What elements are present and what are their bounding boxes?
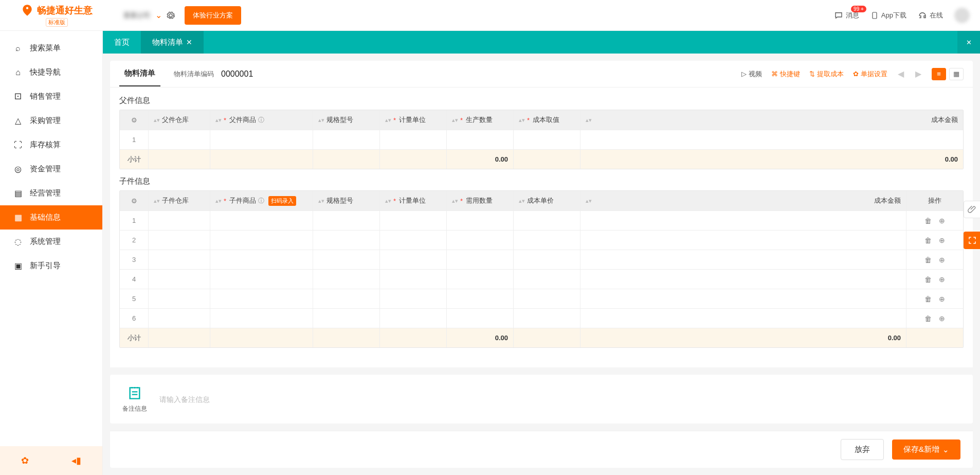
col-child-ops: 操作 [906, 191, 963, 210]
video-link[interactable]: ▷视频 [741, 69, 762, 79]
col-child-unitcost[interactable]: ▴▾成本单价 [514, 191, 580, 210]
col-parent-amount[interactable]: ▴▾成本金额 [580, 110, 963, 130]
tab-label: 物料清单 [152, 38, 183, 47]
delete-icon[interactable]: 🗑 [924, 217, 932, 225]
nav-search[interactable]: ⌕搜索菜单 [0, 36, 102, 60]
delete-icon[interactable]: 🗑 [924, 275, 932, 284]
gear-column[interactable]: ⚙ [120, 110, 149, 130]
tab-home[interactable]: 首页 [103, 31, 141, 54]
sort-icon: ▴▾ [519, 199, 525, 202]
col-child-product[interactable]: ▴▾*子件商品ⓘ扫码录入 [210, 191, 313, 210]
add-row-icon[interactable]: ⊕ [939, 217, 945, 225]
child-row[interactable]: 3 🗑⊕ [120, 250, 963, 269]
sort-icon: ▴▾ [215, 118, 222, 121]
child-row[interactable]: 6 🗑⊕ [120, 308, 963, 328]
view-grid-button[interactable]: ▦ [949, 68, 964, 80]
tabbar: 首页 物料清单 ✕ ✕ [103, 31, 980, 54]
prev-doc-icon[interactable]: ◀ [897, 69, 905, 79]
collapse-icon[interactable]: ◂▮ [71, 455, 81, 466]
shortcut-link[interactable]: ⌘快捷键 [771, 69, 800, 79]
col-child-amount[interactable]: ▴▾成本金额 [580, 191, 906, 210]
scan-badge[interactable]: 扫码录入 [268, 196, 296, 206]
nav-fund[interactable]: ◎资金管理 [0, 157, 102, 181]
remark-input[interactable] [159, 395, 960, 403]
toolbar-tab[interactable]: 物料清单 [119, 61, 160, 86]
col-parent-costtype[interactable]: ▴▾*成本取值 [514, 110, 580, 130]
col-child-spec[interactable]: ▴▾规格型号 [313, 191, 380, 210]
guide-icon: ▣ [13, 261, 23, 271]
help-icon[interactable]: ⓘ [258, 197, 264, 205]
delete-icon[interactable]: 🗑 [924, 295, 932, 303]
tabbar-close-all[interactable]: ✕ [957, 31, 980, 54]
nav-label: 采购管理 [30, 116, 61, 126]
svg-rect-0 [873, 12, 877, 19]
close-icon[interactable]: ✕ [186, 38, 192, 46]
org-selector[interactable]: 某某公司 ⌄ [123, 10, 162, 20]
gear-icon[interactable] [166, 11, 175, 20]
child-row[interactable]: 4 🗑⊕ [120, 269, 963, 289]
note-icon [126, 385, 143, 401]
parent-row[interactable]: 1 [120, 130, 963, 149]
nav-purchase[interactable]: △采购管理 [0, 109, 102, 133]
col-child-warehouse[interactable]: ▴▾子件仓库 [149, 191, 210, 210]
child-row[interactable]: 5 🗑⊕ [120, 289, 963, 308]
nav-label: 系统管理 [30, 237, 61, 247]
nav-basicinfo[interactable]: ▦基础信息 [0, 205, 102, 230]
messages-button[interactable]: 消息 99 + [834, 11, 859, 20]
add-row-icon[interactable]: ⊕ [939, 236, 945, 244]
extract-cost-link[interactable]: ⇅提取成本 [809, 69, 844, 79]
nav-sales[interactable]: ⚀销售管理 [0, 84, 102, 109]
add-row-icon[interactable]: ⊕ [939, 256, 945, 264]
col-parent-spec[interactable]: ▴▾规格型号 [313, 110, 380, 130]
add-row-icon[interactable]: ⊕ [939, 275, 945, 284]
child-subtotal: 小计 0.00 0.00 [120, 328, 963, 347]
discard-button[interactable]: 放弃 [841, 439, 884, 460]
delete-icon[interactable]: 🗑 [924, 314, 932, 323]
experience-button[interactable]: 体验行业方案 [185, 6, 241, 25]
nav-quicknav[interactable]: ⌂快捷导航 [0, 60, 102, 84]
child-table: ⚙ ▴▾子件仓库 ▴▾*子件商品ⓘ扫码录入 ▴▾规格型号 ▴▾*计量单位 ▴▾*… [119, 190, 964, 348]
online-support-button[interactable]: 在线 [918, 11, 943, 20]
logo-text: 畅捷通好生意 [37, 4, 93, 16]
gear-column[interactable]: ⚙ [120, 191, 149, 210]
stock-icon: ⛶ [13, 140, 23, 150]
doc-setting-link[interactable]: ✿单据设置 [853, 69, 887, 79]
subtotal-amount: 0.00 [580, 328, 906, 347]
attachment-icon[interactable] [964, 201, 980, 218]
fullscreen-icon[interactable] [964, 232, 980, 249]
sys-icon: ◌ [13, 237, 23, 247]
app-download-button[interactable]: App下载 [870, 11, 906, 20]
online-label: 在线 [930, 11, 943, 20]
child-section-title: 子件信息 [119, 177, 964, 186]
delete-icon[interactable]: 🗑 [924, 236, 932, 244]
avatar[interactable] [954, 8, 970, 23]
next-doc-icon[interactable]: ▶ [914, 69, 922, 79]
save-add-button[interactable]: 保存&新增 ⌄ [892, 439, 960, 460]
parent-section-title: 父件信息 [119, 96, 964, 105]
child-row[interactable]: 2 🗑⊕ [120, 230, 963, 250]
grid-icon: ▦ [13, 213, 23, 222]
org-name: 某某公司 [123, 11, 150, 20]
nav-business[interactable]: ▤经营管理 [0, 181, 102, 205]
col-child-unit[interactable]: ▴▾*计量单位 [380, 191, 447, 210]
help-icon[interactable]: ⓘ [258, 116, 264, 125]
col-parent-qty[interactable]: ▴▾*生产数量 [447, 110, 514, 130]
sort-icon: ▴▾ [154, 118, 160, 121]
nav-system[interactable]: ◌系统管理 [0, 230, 102, 254]
delete-icon[interactable]: 🗑 [924, 256, 932, 264]
logo-icon [21, 4, 34, 17]
sort-icon: ▴▾ [586, 199, 592, 202]
settings-icon[interactable]: ✿ [21, 455, 29, 466]
add-row-icon[interactable]: ⊕ [939, 314, 945, 323]
add-row-icon[interactable]: ⊕ [939, 295, 945, 303]
col-parent-unit[interactable]: ▴▾*计量单位 [380, 110, 447, 130]
col-child-qty[interactable]: ▴▾*需用数量 [447, 191, 514, 210]
tab-bom[interactable]: 物料清单 ✕ [141, 31, 204, 54]
main: 首页 物料清单 ✕ ✕ 物料清单 物料清单编码 0000001 ▷视频 ⌘快捷键… [103, 31, 980, 475]
col-parent-product[interactable]: ▴▾*父件商品ⓘ [210, 110, 313, 130]
child-row[interactable]: 1 🗑⊕ [120, 210, 963, 230]
view-list-button[interactable]: ≡ [932, 68, 946, 80]
nav-stock[interactable]: ⛶库存核算 [0, 133, 102, 157]
nav-guide[interactable]: ▣新手引导 [0, 254, 102, 278]
col-parent-warehouse[interactable]: ▴▾父件仓库 [149, 110, 210, 130]
